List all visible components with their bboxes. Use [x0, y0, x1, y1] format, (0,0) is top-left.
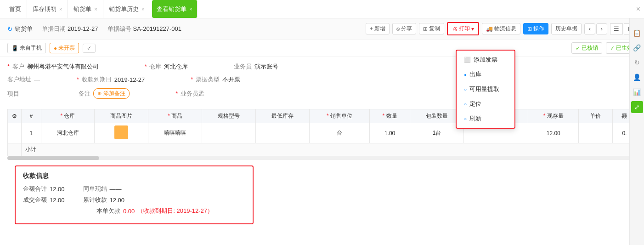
sidebar-icon-3[interactable]: ↻ [632, 57, 643, 68]
warehouse-value: 河北仓库 [164, 63, 188, 71]
cancelled-check-icon: ✓ [576, 45, 580, 51]
tab-inventory-close[interactable]: × [59, 6, 62, 12]
add-invoice-label: 添加发票 [474, 56, 497, 64]
logistics-button[interactable]: 🚚 物流信息 [482, 23, 520, 34]
doc-info: 单据日期 2019-12-27 单据编号 SA-20191227-001 [42, 25, 366, 33]
tab-sales[interactable]: 销货单 × [68, 0, 103, 18]
staff-field: 业务员 演示账号 [234, 63, 278, 71]
staff-value: 演示账号 [254, 63, 278, 71]
doc-header: ↻ 销货单 单据日期 2019-12-27 单据编号 SA-20191227-0… [0, 18, 644, 40]
tab-sales-history-close[interactable]: × [141, 6, 144, 12]
print-icon: 🖨 [452, 26, 458, 32]
tab-sales-history[interactable]: 销货单历史 × [103, 0, 150, 18]
doc-date-field: 单据日期 2019-12-27 [42, 25, 98, 33]
add-button[interactable]: + 新增 [366, 23, 390, 34]
row-unit-price [579, 123, 613, 143]
sidebar-icon-6[interactable]: ⤢ [631, 101, 643, 113]
ops-button[interactable]: ⊞ 操作 [523, 23, 548, 34]
total-amount-item: 金额合计 12.00 [23, 185, 65, 193]
doc-toolbar: + 新增 ⎋ 分享 ⊞ 复制 🖨 打印 ▾ 🚚 物流信息 ⊞ [366, 22, 637, 35]
sidebar-icon-2[interactable]: 🔗 [632, 42, 643, 53]
row-warehouse: 河北仓库 [41, 123, 95, 143]
copy-icon: ⊞ [423, 26, 428, 32]
dropdown-refresh[interactable]: ○ 刷新 [457, 111, 514, 126]
prev-button[interactable]: ‹ [584, 23, 595, 34]
col-unit: * 销售单位 [309, 109, 369, 123]
not-open-button[interactable]: ● 未开票 [50, 43, 79, 53]
sidebar-icon-5[interactable]: 📊 [632, 86, 643, 97]
history-button[interactable]: 历史单据 [551, 23, 582, 34]
add-remark-label: ⊕ 添加备注 [97, 90, 125, 97]
sidebar-icon-1[interactable]: 📋 [632, 28, 643, 39]
from-phone-button[interactable]: 📱 来自手机 [7, 43, 46, 53]
next-button[interactable]: › [596, 23, 607, 34]
sidebar-icon-4[interactable]: 👤 [632, 72, 643, 83]
total-amount-label: 金额合计 [23, 185, 47, 193]
col-unit-price: 单价 [579, 109, 613, 123]
col-product: * 商品 [148, 109, 202, 123]
current-due-item: 本单欠款 0.00 （收款到期日: 2019-12-27） [96, 207, 213, 215]
share-label: 分享 [401, 25, 412, 33]
doc-type-icon: ↻ [7, 25, 13, 33]
tab-bar: 首页 库存期初 × 销货单 × 销货单历史 × 查看销货单 × × [0, 0, 644, 18]
tab-home[interactable]: 首页 [4, 0, 27, 18]
outbound-icon: ● [464, 72, 467, 77]
nav-arrows: ‹ › [584, 23, 607, 34]
right-sidebar: 📋 🔗 ↻ 👤 📊 ⤢ [629, 18, 644, 245]
remark-label: 备注 [79, 90, 90, 98]
tab-view-sales-label: 查看销货单 [157, 5, 186, 13]
subtotal-label: 小计 [22, 143, 637, 156]
same-order-label: 同单现结 [83, 185, 107, 193]
payment-row-2: 成交金额 12.00 累计收款 12.00 [23, 196, 245, 204]
tab-inventory[interactable]: 库存期初 × [27, 0, 68, 18]
confirm-button[interactable]: ✓ [83, 44, 96, 53]
list-view-button[interactable]: ☰ [610, 23, 623, 34]
current-due-value: 0.00 [123, 208, 135, 215]
data-table: ⚙ # * 仓库 商品图片 * 商品 规格型号 最低库存 * 销售单位 * 数量… [7, 109, 637, 156]
row-quantity: 1.00 [370, 123, 410, 143]
doc-date-label: 单据日期 [42, 25, 66, 33]
salesman-value: — [207, 90, 213, 97]
phone-icon: 📱 [11, 45, 18, 51]
subtotal-row: 小计 [8, 143, 637, 156]
subtotal-settings [8, 143, 22, 156]
add-remark-button[interactable]: ⊕ 添加备注 [93, 88, 130, 99]
print-dropdown-arrow: ▾ [471, 26, 474, 32]
form-row-1: * * 客户客户 柳州粤港平安气体有限公司 * 仓库 河北仓库 业务员 演示账号 [7, 63, 637, 71]
row-stock: 12.00 [528, 123, 579, 143]
col-settings[interactable]: ⚙ [8, 109, 22, 123]
same-order-value: —— [110, 186, 122, 193]
transaction-value: 12.00 [50, 197, 65, 204]
dropdown-available[interactable]: ○ 可用量提取 [457, 82, 514, 97]
invoice-icon: ● [54, 45, 57, 51]
available-icon: ○ [464, 87, 467, 92]
table-scroll-thumb [7, 156, 99, 160]
dropdown-outbound[interactable]: ● 出库 [457, 67, 514, 82]
outbound-label: 出库 [469, 70, 481, 79]
tab-sales-history-label: 销货单历史 [109, 5, 139, 13]
staff-label: 业务员 [234, 63, 252, 71]
print-label: 打印 [459, 25, 470, 33]
warehouse-field: * 仓库 河北仓库 [145, 63, 188, 71]
tab-sales-label: 销货单 [73, 5, 91, 13]
row-min-stock [255, 123, 309, 143]
dropdown-add-invoice[interactable]: ⬜ 添加发票 [457, 52, 514, 67]
cancelled-button[interactable]: ✓ 已核销 [571, 42, 602, 54]
tab-sales-close[interactable]: × [94, 6, 97, 12]
copy-button[interactable]: ⊞ 复制 [419, 23, 444, 34]
invoice-value: 不开票 [222, 75, 240, 84]
share-button[interactable]: ⎋ 分享 [392, 23, 416, 34]
table-scroll-bar[interactable] [7, 156, 637, 160]
window-close-button[interactable]: × [636, 5, 640, 13]
col-quantity: * 数量 [370, 109, 410, 123]
col-spec: 规格型号 [202, 109, 256, 123]
payment-section: 收款信息 金额合计 12.00 同单现结 —— 成交金额 12.00 累计收款 [0, 160, 644, 235]
form-row-3: 项目 — 备注 ⊕ 添加备注 * 业务员孟 — [7, 88, 637, 99]
due-hint: （收款到期日: 2019-12-27） [137, 207, 213, 215]
copy-label: 复制 [429, 25, 440, 33]
dropdown-locate[interactable]: ○ 定位 [457, 97, 514, 111]
tab-view-sales[interactable]: 查看销货单 × [152, 0, 197, 18]
print-button[interactable]: 🖨 打印 ▾ [448, 23, 478, 34]
dropdown-menu: ⬜ 添加发票 ● 出库 ○ 可用量提取 ○ 定位 ○ 刷新 [456, 50, 515, 129]
tab-view-sales-close[interactable]: × [189, 6, 192, 12]
